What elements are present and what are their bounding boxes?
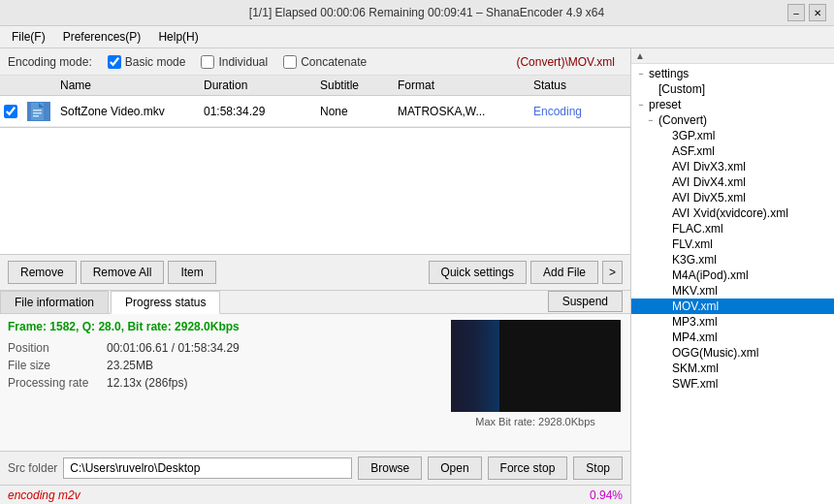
individual-mode-checkbox[interactable]	[201, 55, 214, 69]
tree-item-convert[interactable]: −(Convert)	[631, 112, 834, 128]
convert-path[interactable]: (Convert)\MOV.xml	[516, 55, 623, 69]
col-format: Format	[394, 79, 529, 92]
minimize-button[interactable]: –	[787, 4, 805, 21]
tree-item-mp4[interactable]: MP4.xml	[631, 330, 834, 345]
item-button[interactable]: Item	[168, 261, 215, 284]
row-subtitle: None	[316, 105, 394, 118]
preview-label: Max Bit rate: 2928.0Kbps	[475, 416, 595, 427]
tree-expand-icon: −	[635, 99, 647, 110]
tree-item-mov[interactable]: MOV.xml	[631, 299, 834, 314]
tree-expand-icon	[658, 378, 670, 390]
tree-item-label: AVI DivX4.xml	[672, 175, 746, 189]
tree-item-skm[interactable]: SKM.xml	[631, 361, 834, 376]
tab-file-info[interactable]: File information	[0, 291, 109, 313]
add-file-button[interactable]: Add File	[530, 261, 598, 284]
tree-expand-icon	[658, 316, 670, 328]
status-bar: encoding m2v 0.94%	[0, 485, 630, 504]
preset-tree[interactable]: −settings [Custom]−preset−(Convert) 3GP.…	[631, 64, 834, 504]
row-status: Encoding	[529, 105, 626, 118]
tree-item-asf[interactable]: ASF.xml	[631, 143, 834, 159]
tree-item-label: AVI Xvid(xvidcore).xml	[672, 206, 788, 220]
tree-expand-icon	[658, 347, 670, 359]
col-status: Status	[529, 79, 626, 92]
tree-item-label: settings	[649, 67, 689, 80]
tree-item-preset[interactable]: −preset	[631, 97, 834, 112]
concatenate-mode-checkbox[interactable]	[283, 55, 297, 69]
concatenate-mode-option[interactable]: Concatenate	[283, 55, 367, 69]
remove-button[interactable]: Remove	[8, 261, 77, 284]
row-format: MATROSKA,W...	[394, 105, 529, 118]
suspend-button[interactable]: Suspend	[548, 291, 623, 312]
svg-rect-3	[33, 112, 42, 114]
quick-settings-button[interactable]: Quick settings	[429, 261, 527, 284]
tree-item-avi-divx5[interactable]: AVI DivX5.xml	[631, 190, 834, 205]
src-folder-input[interactable]	[63, 457, 352, 479]
individual-mode-label: Individual	[218, 55, 268, 69]
svg-rect-4	[33, 115, 39, 117]
position-row: Position 00:01:06.61 / 01:58:34.29	[8, 341, 433, 355]
position-label: Position	[8, 341, 105, 355]
tree-item-swf[interactable]: SWF.xml	[631, 376, 834, 392]
menu-preferences[interactable]: Preferences(P)	[55, 28, 149, 46]
close-button[interactable]: ✕	[809, 4, 826, 21]
row-checkbox[interactable]	[4, 105, 17, 118]
file-size-label: File size	[8, 359, 105, 372]
tree-item-label: FLV.xml	[672, 237, 713, 251]
processing-rate-row: Processing rate 12.13x (286fps)	[8, 376, 433, 390]
individual-mode-option[interactable]: Individual	[201, 55, 268, 69]
encoding-mode-label: Encoding mode:	[8, 55, 92, 69]
table-header: Name Duration Subtitle Format Status	[0, 76, 630, 96]
tree-item-label: AVI DivX5.xml	[672, 191, 746, 205]
col-check	[4, 79, 27, 92]
tree-expand-icon	[658, 300, 670, 312]
tree-item-mp3[interactable]: MP3.xml	[631, 314, 834, 330]
open-button[interactable]: Open	[428, 457, 481, 480]
tree-item-k3g[interactable]: K3G.xml	[631, 252, 834, 268]
concatenate-mode-label: Concatenate	[301, 55, 367, 69]
left-panel: Encoding mode: Basic mode Individual Con…	[0, 48, 630, 504]
tree-item-mkv[interactable]: MKV.xml	[631, 283, 834, 299]
tree-item-label: M4A(iPod).xml	[672, 268, 749, 282]
tree-item-label: [Custom]	[658, 82, 705, 96]
svg-rect-0	[31, 103, 44, 120]
tree-item-ogg[interactable]: OGG(Music).xml	[631, 345, 834, 361]
row-name: SoftZone Video.mkv	[56, 105, 200, 118]
force-stop-button[interactable]: Force stop	[488, 457, 568, 480]
tree-item-settings[interactable]: −settings	[631, 66, 834, 81]
tree-item-label: preset	[649, 98, 681, 111]
title-text: [1/1] Elapsed 00:00:06 Remaining 00:09:4…	[66, 6, 787, 19]
preview-gradient	[451, 320, 499, 412]
basic-mode-option[interactable]: Basic mode	[108, 55, 186, 69]
tree-item-flac[interactable]: FLAC.xml	[631, 221, 834, 236]
tree-expand-icon	[658, 269, 670, 281]
file-table: Name Duration Subtitle Format Status	[0, 76, 630, 128]
basic-mode-checkbox[interactable]	[108, 55, 121, 69]
percent-text: 0.94%	[590, 488, 623, 502]
tree-item-3gp[interactable]: 3GP.xml	[631, 128, 834, 143]
tab-progress-status[interactable]: Progress status	[111, 291, 220, 314]
tree-item-flv[interactable]: FLV.xml	[631, 236, 834, 252]
file-size-value: 23.25MB	[107, 359, 433, 372]
menu-help[interactable]: Help(H)	[150, 28, 206, 46]
tree-expand-icon	[658, 207, 670, 219]
tree-item-avi-divx3[interactable]: AVI DivX3.xml	[631, 159, 834, 174]
tree-expand-icon	[658, 161, 670, 173]
more-button[interactable]: >	[602, 261, 623, 284]
browse-button[interactable]: Browse	[358, 457, 422, 480]
tree-item-m4a[interactable]: M4A(iPod).xml	[631, 268, 834, 283]
tree-expand-icon	[658, 145, 670, 157]
table-row[interactable]: SoftZone Video.mkv 01:58:34.29 None MATR…	[0, 96, 630, 127]
tree-expand-icon	[658, 254, 670, 266]
stop-button[interactable]: Stop	[573, 457, 623, 480]
tree-item-avi-xvid[interactable]: AVI Xvid(xvidcore).xml	[631, 205, 834, 221]
title-bar: [1/1] Elapsed 00:00:06 Remaining 00:09:4…	[0, 0, 834, 26]
tree-item-label: AVI DivX3.xml	[672, 160, 746, 173]
position-value: 00:01:06.61 / 01:58:34.29	[107, 341, 433, 355]
menu-file[interactable]: File(F)	[4, 28, 53, 46]
tree-item-custom[interactable]: [Custom]	[631, 81, 834, 97]
col-duration: Duration	[200, 79, 316, 92]
tree-item-label: MOV.xml	[672, 299, 719, 313]
remove-all-button[interactable]: Remove All	[80, 261, 165, 284]
tree-item-avi-divx4[interactable]: AVI DivX4.xml	[631, 174, 834, 190]
src-folder-label: Src folder	[8, 461, 57, 475]
